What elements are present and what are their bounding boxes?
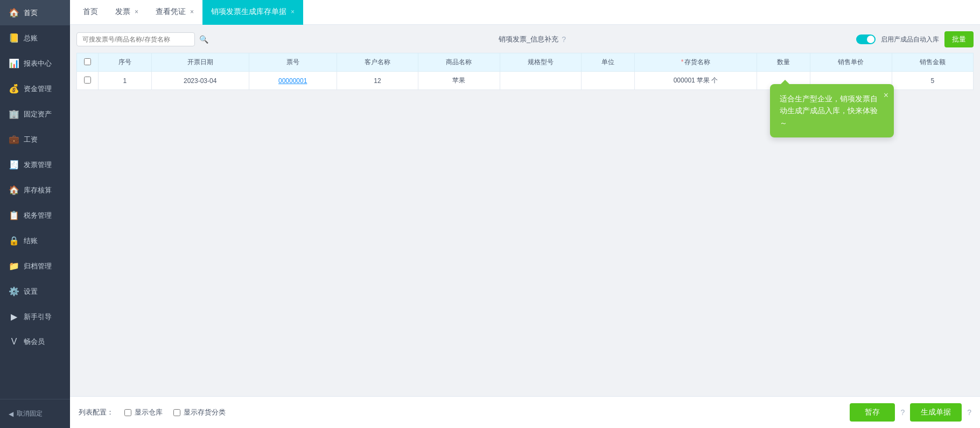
header-seq: 序号 — [99, 53, 152, 72]
sidebar-item-label: 资金管理 — [24, 84, 52, 94]
sidebar-item-closing[interactable]: 🔒 结账 — [0, 228, 70, 253]
row-spec — [500, 72, 581, 90]
list-config-label: 列表配置： — [79, 408, 114, 417]
guide-icon: ▶ — [9, 312, 19, 322]
sidebar-item-label: 发票管理 — [24, 160, 52, 170]
sidebar-item-label: 结账 — [24, 236, 38, 246]
tab-sales-invoice[interactable]: 销项发票生成库存单据 × — [202, 0, 303, 25]
batch-button[interactable]: 批量 — [944, 31, 974, 47]
save-button[interactable]: 暂存 — [850, 403, 895, 422]
row-inventory: 000001 苹果 个 — [634, 72, 757, 90]
generate-button[interactable]: 生成单据 — [910, 403, 962, 422]
ledger-icon: 📒 — [9, 33, 19, 43]
tax-icon: 📋 — [9, 210, 19, 220]
sidebar-bottom: ◀ 取消固定 — [0, 399, 70, 428]
show-warehouse-label: 显示仓库 — [135, 408, 163, 417]
sidebar-item-general-ledger[interactable]: 📒 总账 — [0, 25, 70, 51]
sidebar-item-tax-mgmt[interactable]: 📋 税务管理 — [0, 203, 70, 228]
info-icon[interactable]: ? — [562, 35, 566, 44]
sidebar-item-label: 归档管理 — [24, 261, 52, 271]
tab-view-voucher-close[interactable]: × — [190, 8, 194, 16]
tab-home-label: 首页 — [83, 7, 98, 17]
sidebar-item-label: 总账 — [24, 33, 38, 43]
sidebar-item-archive[interactable]: 📁 归档管理 — [0, 253, 70, 279]
sidebar-item-funds[interactable]: 💰 资金管理 — [0, 76, 70, 101]
main-area: 首页 发票 × 查看凭证 × 销项发票生成库存单据 × 🔍 销项发票_信息补充 … — [70, 0, 980, 428]
row-checkbox-col — [77, 72, 99, 90]
row-checkbox[interactable] — [84, 77, 91, 84]
header-quantity: 数量 — [757, 53, 810, 72]
pin-icon: ◀ — [9, 410, 13, 418]
tab-invoice-close[interactable]: × — [135, 8, 138, 16]
sidebar-item-settings[interactable]: ⚙️ 设置 — [0, 279, 70, 304]
sidebar-item-vip[interactable]: V 畅会员 — [0, 329, 70, 354]
save-info-icon[interactable]: ? — [900, 408, 905, 417]
header-unit: 单位 — [582, 53, 635, 72]
sidebar-item-reports[interactable]: 📊 报表中心 — [0, 51, 70, 76]
toolbar-right: 启用产成品自动入库 批量 — [856, 31, 974, 47]
search-input[interactable] — [76, 32, 195, 46]
sidebar-item-salary[interactable]: 💼 工资 — [0, 127, 70, 152]
sidebar-item-guide[interactable]: ▶ 新手引导 — [0, 304, 70, 329]
auto-warehouse-toggle[interactable] — [856, 34, 876, 44]
show-category-group: 显示存货分类 — [173, 408, 226, 417]
tab-invoice-label: 发票 — [115, 7, 130, 17]
tab-home[interactable]: 首页 — [74, 0, 107, 25]
sidebar-item-label: 库存核算 — [24, 185, 52, 195]
cancel-pin-btn[interactable]: ◀ 取消固定 — [0, 404, 70, 424]
show-warehouse-group: 显示仓库 — [124, 408, 163, 417]
sidebar-item-label: 报表中心 — [24, 59, 52, 68]
sidebar-item-fixed-assets[interactable]: 🏢 固定资产 — [0, 101, 70, 127]
select-all-checkbox[interactable] — [84, 58, 91, 65]
row-customer: 12 — [337, 72, 418, 90]
sidebar-item-invoice-mgmt[interactable]: 🧾 发票管理 — [0, 152, 70, 177]
sidebar-item-label: 新手引导 — [24, 312, 52, 322]
tab-sales-invoice-label: 销项发票生成库存单据 — [211, 7, 286, 17]
header-product: 商品名称 — [418, 53, 500, 72]
sidebar-item-inventory[interactable]: 🏠 库存核算 — [0, 177, 70, 203]
sidebar-item-label: 税务管理 — [24, 211, 52, 220]
header-inventory: *存货名称 — [634, 53, 757, 72]
tab-view-voucher[interactable]: 查看凭证 × — [147, 0, 202, 25]
bottom-bar: 列表配置： 显示仓库 显示存货分类 暂存 ? 生成单据 ? — [70, 396, 980, 428]
closing-icon: 🔒 — [9, 236, 19, 246]
vip-icon: V — [9, 337, 19, 347]
tooltip-close-btn[interactable]: × — [884, 88, 888, 102]
show-warehouse-checkbox[interactable] — [124, 409, 131, 416]
settings-icon: ⚙️ — [9, 286, 19, 296]
tab-bar: 首页 发票 × 查看凭证 × 销项发票生成库存单据 × — [70, 0, 980, 25]
row-product: 苹果 — [418, 72, 500, 90]
tab-sales-invoice-close[interactable]: × — [291, 8, 295, 16]
search-icon[interactable]: 🔍 — [199, 35, 208, 44]
assets-icon: 🏢 — [9, 109, 19, 119]
sidebar-item-label: 首页 — [24, 8, 38, 18]
show-category-label: 显示存货分类 — [184, 408, 226, 417]
row-ticket-no[interactable]: 00000001 — [249, 72, 337, 90]
bottom-actions: 暂存 ? 生成单据 ? — [850, 403, 971, 422]
sidebar-item-home[interactable]: 🏠 首页 — [0, 0, 70, 25]
tooltip-popup: × 适合生产型企业，销项发票自动生成产成品入库，快来体验～ — [770, 84, 894, 137]
toolbar-center: 销项发票_信息补充 ? — [499, 34, 566, 44]
row-date: 2023-03-04 — [151, 72, 249, 90]
table-header-row: 序号 开票日期 票号 客户名称 商品名称 规格型号 单位 *存货名称 数量 销售… — [77, 53, 974, 72]
header-ticket-no: 票号 — [249, 53, 337, 72]
sidebar-item-label: 工资 — [24, 135, 38, 144]
cancel-pin-label: 取消固定 — [17, 409, 43, 418]
funds-icon: 💰 — [9, 84, 19, 94]
row-amount: 5 — [892, 72, 974, 90]
sidebar: 🏠 首页 📒 总账 📊 报表中心 💰 资金管理 🏢 固定资产 💼 工资 🧾 发票… — [0, 0, 70, 428]
toolbar: 🔍 销项发票_信息补充 ? 启用产成品自动入库 批量 — [76, 31, 974, 47]
tab-invoice[interactable]: 发票 × — [107, 0, 147, 25]
header-amount: 销售金额 — [892, 53, 974, 72]
home-icon: 🏠 — [9, 8, 19, 18]
sidebar-item-label: 设置 — [24, 287, 38, 296]
center-label: 销项发票_信息补充 — [499, 34, 558, 44]
header-spec: 规格型号 — [500, 53, 581, 72]
show-category-checkbox[interactable] — [173, 409, 180, 416]
inventory-icon: 🏠 — [9, 185, 19, 195]
header-customer: 客户名称 — [337, 53, 418, 72]
generate-info-icon[interactable]: ? — [967, 408, 971, 417]
invoice-icon: 🧾 — [9, 160, 19, 170]
toggle-label: 启用产成品自动入库 — [881, 35, 939, 44]
salary-icon: 💼 — [9, 134, 19, 144]
